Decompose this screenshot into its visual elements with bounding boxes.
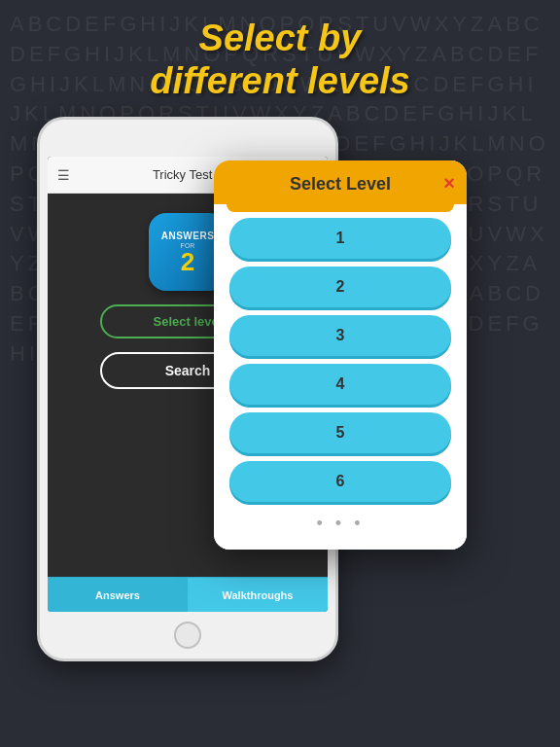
modal-title: Select Level <box>290 174 391 195</box>
level-button-1[interactable]: 1 <box>229 218 451 259</box>
level-button-4[interactable]: 4 <box>229 364 451 405</box>
headline: Select by different levels <box>0 18 560 102</box>
tab-answers[interactable]: Answers <box>48 578 188 612</box>
level-button-2[interactable]: 2 <box>229 267 451 307</box>
app-icon-answers: ANSWERS <box>161 231 215 241</box>
modal-body: 1 2 3 4 5 6 • • • <box>214 204 467 550</box>
level-button-6[interactable]: 6 <box>229 461 451 502</box>
modal-header: Select Level × <box>214 160 467 204</box>
level-button-3[interactable]: 3 <box>229 315 451 356</box>
tab-walkthroughs[interactable]: Walkthroughs <box>188 578 328 612</box>
level-button-5[interactable]: 5 <box>229 412 451 453</box>
bottom-tabs: Answers Walkthroughs <box>48 577 328 612</box>
ipad-home-button[interactable] <box>174 622 201 649</box>
modal-close-button[interactable]: × <box>443 173 455 193</box>
headline-line1: Select by <box>0 18 560 60</box>
more-dots: • • • <box>229 510 451 540</box>
select-level-modal: Select Level × 1 2 3 4 5 6 • • • <box>214 160 467 550</box>
headline-line2: different levels <box>0 60 560 103</box>
app-icon-number: 2 <box>181 249 194 274</box>
app-title: Tricky Test 2 <box>153 167 223 182</box>
hamburger-icon[interactable]: ☰ <box>57 167 70 183</box>
